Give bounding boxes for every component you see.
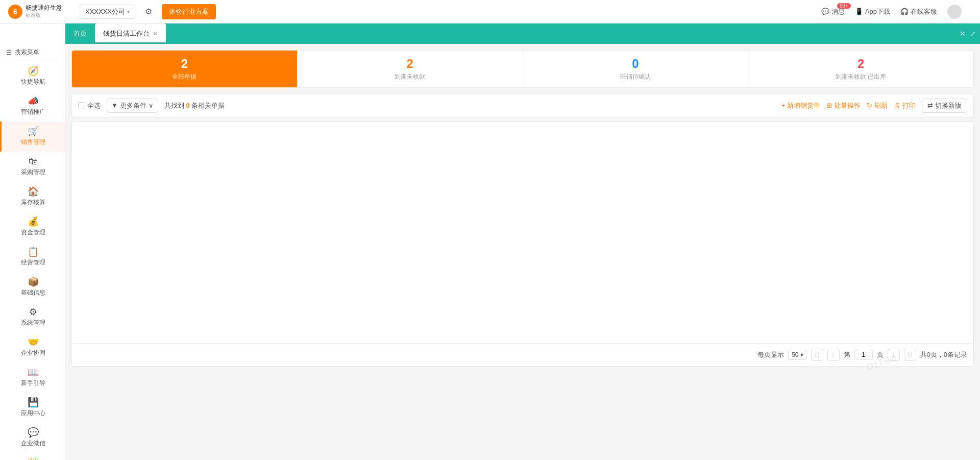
sidebar-search[interactable]: ☰ 搜索菜单 bbox=[0, 44, 65, 61]
refresh-label: 刷新 bbox=[874, 101, 888, 110]
sidebar-item-system[interactable]: ⚙ 系统管理 bbox=[0, 302, 65, 332]
enterprise-icon: 🤝 bbox=[28, 337, 39, 347]
sidebar-item-member[interactable]: 👑 畅会员 bbox=[0, 453, 65, 460]
company-selector[interactable]: XXXXXX公司 ▾ bbox=[80, 5, 135, 19]
tab-expand-icon[interactable]: ⤢ bbox=[970, 30, 976, 38]
page-input[interactable] bbox=[854, 350, 873, 360]
tab-bar-actions: ✕ ⤢ bbox=[960, 30, 980, 38]
apps-icon: 💾 bbox=[28, 398, 39, 407]
tab-bar: 首页 钱货日清工作台 ✕ ✕ ⤢ bbox=[65, 23, 980, 44]
select-all-checkbox[interactable]: 全选 bbox=[78, 101, 101, 110]
download-icon: 📱 bbox=[855, 8, 863, 15]
tab-workbench[interactable]: 钱货日清工作台 ✕ bbox=[95, 23, 166, 44]
switch-label: 切换新版 bbox=[935, 101, 962, 110]
page-size-chevron-icon: ▾ bbox=[800, 351, 803, 358]
trial-button[interactable]: 体验行业方案 bbox=[162, 4, 216, 19]
purchase-icon: 🛍 bbox=[29, 157, 38, 166]
chevron-down-icon: ▾ bbox=[127, 9, 130, 14]
top-header: 6 畅捷通好生意 标准版 XXXXXX公司 ▾ ⚙ 体验行业方案 💬 消息 99… bbox=[0, 0, 980, 23]
filter-chevron-icon: ∨ bbox=[149, 102, 154, 109]
sidebar-item-wechat[interactable]: 💬 企业微信 bbox=[0, 423, 65, 453]
settings-icon[interactable]: ⚙ bbox=[141, 5, 156, 19]
stats-row: 2 全部单据 2 到期未收款 0 旺铺待确认 2 到期未收款 已出库 bbox=[71, 50, 974, 88]
layout: 2 全部单据 2 到期未收款 0 旺铺待确认 2 到期未收款 已出库 全选 bbox=[0, 44, 980, 460]
print-button[interactable]: 🖨 打印 bbox=[894, 101, 916, 110]
stat-card-overdue[interactable]: 2 到期未收款 bbox=[298, 51, 523, 87]
basics-icon: 📦 bbox=[28, 277, 39, 286]
sidebar-label-enterprise: 企业协同 bbox=[21, 349, 45, 357]
found-prefix: 共找到 bbox=[164, 102, 184, 109]
tab-workbench-label: 钱货日清工作台 bbox=[103, 29, 150, 38]
sidebar-item-operations[interactable]: 📋 经营管理 bbox=[0, 242, 65, 272]
sidebar-label-wechat: 企业微信 bbox=[21, 439, 45, 448]
sidebar-item-finance[interactable]: 💰 资金管理 bbox=[0, 212, 65, 242]
next-page-button[interactable]: ⟩ bbox=[888, 349, 900, 361]
sidebar-item-guide[interactable]: 📖 新手引导 bbox=[0, 362, 65, 393]
search-menu-label: 搜索菜单 bbox=[15, 48, 39, 57]
company-name: XXXXXX公司 bbox=[85, 7, 125, 16]
header-left: 6 畅捷通好生意 标准版 XXXXXX公司 ▾ ⚙ 体验行业方案 bbox=[8, 4, 216, 19]
marketing-icon: 📣 bbox=[28, 96, 39, 106]
message-icon: 💬 bbox=[821, 8, 829, 15]
sidebar-label-marketing: 营销推广 bbox=[21, 108, 45, 116]
switch-version-button[interactable]: ⇄ 切换新版 bbox=[922, 99, 967, 113]
last-page-button[interactable]: ⟩⟩ bbox=[904, 349, 916, 361]
stat-card-all[interactable]: 2 全部单据 bbox=[72, 51, 298, 87]
sidebar-item-purchase[interactable]: 🛍 采购管理 bbox=[0, 152, 65, 182]
tab-close-icon[interactable]: ✕ bbox=[153, 30, 158, 37]
tab-home[interactable]: 首页 bbox=[65, 23, 95, 44]
sidebar-item-enterprise[interactable]: 🤝 企业协同 bbox=[0, 332, 65, 362]
sidebar-item-marketing[interactable]: 📣 营销推广 bbox=[0, 91, 65, 122]
inventory-icon: 🏠 bbox=[28, 187, 39, 196]
page-label: 第 bbox=[844, 350, 850, 359]
search-icon: ☰ bbox=[6, 49, 12, 56]
sidebar-item-apps[interactable]: 💾 应用中心 bbox=[0, 393, 65, 423]
logo-subtitle: 标准版 bbox=[26, 12, 62, 19]
page-unit: 页 bbox=[877, 350, 884, 359]
sidebar-label-basics: 基础信息 bbox=[21, 288, 45, 297]
sidebar-label-operations: 经营管理 bbox=[21, 258, 45, 267]
sidebar-label-apps: 应用中心 bbox=[21, 409, 45, 418]
sidebar-item-inventory[interactable]: 🏠 库存核算 bbox=[0, 182, 65, 212]
first-page-button[interactable]: ⟨⟨ bbox=[811, 349, 823, 361]
stat-label-overdue: 到期未收款 bbox=[306, 72, 514, 81]
filter-button[interactable]: ▼ 更多条件 ∨ bbox=[107, 99, 158, 113]
message-badge: 99+ bbox=[837, 3, 851, 9]
toolbar: 全选 ▼ 更多条件 ∨ 共找到 0 条相关单据 + 新增销货单 ⊞ 批量操作 bbox=[71, 94, 974, 117]
print-icon: 🖨 bbox=[894, 102, 900, 109]
stat-card-pending[interactable]: 0 旺铺待确认 bbox=[523, 51, 749, 87]
stat-card-shipped[interactable]: 2 到期未收款 已出库 bbox=[748, 51, 973, 87]
avatar[interactable] bbox=[947, 5, 962, 19]
message-action[interactable]: 💬 消息 99+ bbox=[821, 7, 845, 16]
batch-label: 批量操作 bbox=[834, 101, 861, 110]
sidebar-label-quick-nav: 快捷导航 bbox=[21, 78, 45, 86]
sidebar-item-basics[interactable]: 📦 基础信息 bbox=[0, 272, 65, 302]
filter-label: 更多条件 bbox=[120, 101, 146, 110]
toolbar-left: 全选 ▼ 更多条件 ∨ 共找到 0 条相关单据 bbox=[78, 99, 225, 113]
logo-icon: 6 bbox=[8, 5, 22, 19]
sidebar-item-sales[interactable]: 🛒 销售管理 bbox=[0, 122, 65, 152]
online-service-action[interactable]: 🎧 在线客服 bbox=[900, 7, 937, 16]
add-sale-button[interactable]: + 新增销货单 bbox=[781, 101, 820, 110]
guide-icon: 📖 bbox=[28, 368, 39, 377]
tab-minimize-icon[interactable]: ✕ bbox=[960, 30, 966, 38]
switch-icon: ⇄ bbox=[927, 102, 933, 109]
found-text: 共找到 0 条相关单据 bbox=[164, 101, 225, 110]
page-size-value: 50 bbox=[792, 351, 798, 358]
sidebar-label-inventory: 库存核算 bbox=[21, 198, 45, 207]
pagination: 每页显示 50 ▾ ⟨⟨ ⟨ 第 页 ⟩ ⟩⟩ 共0页，0条记录 bbox=[72, 343, 973, 366]
toolbar-right: + 新增销货单 ⊞ 批量操作 ↻ 刷新 🖨 打印 ⇄ 切换新版 bbox=[781, 99, 967, 113]
app-download-action[interactable]: 📱 App下载 bbox=[855, 7, 890, 16]
page-size-selector[interactable]: 50 ▾ bbox=[788, 350, 806, 360]
filter-icon: ▼ bbox=[111, 102, 118, 109]
prev-page-button[interactable]: ⟨ bbox=[827, 349, 840, 361]
stat-number-overdue: 2 bbox=[306, 57, 514, 71]
logo-title: 畅捷通好生意 bbox=[26, 4, 62, 12]
batch-operation-button[interactable]: ⊞ 批量操作 bbox=[826, 101, 861, 110]
found-count: 0 bbox=[186, 102, 190, 109]
sidebar-item-quick-nav[interactable]: 🧭 快捷导航 bbox=[0, 61, 65, 91]
found-suffix: 条相关单据 bbox=[191, 102, 225, 109]
wechat-icon: 💬 bbox=[28, 428, 39, 437]
refresh-button[interactable]: ↻ 刷新 bbox=[867, 101, 888, 110]
refresh-icon: ↻ bbox=[867, 102, 872, 109]
